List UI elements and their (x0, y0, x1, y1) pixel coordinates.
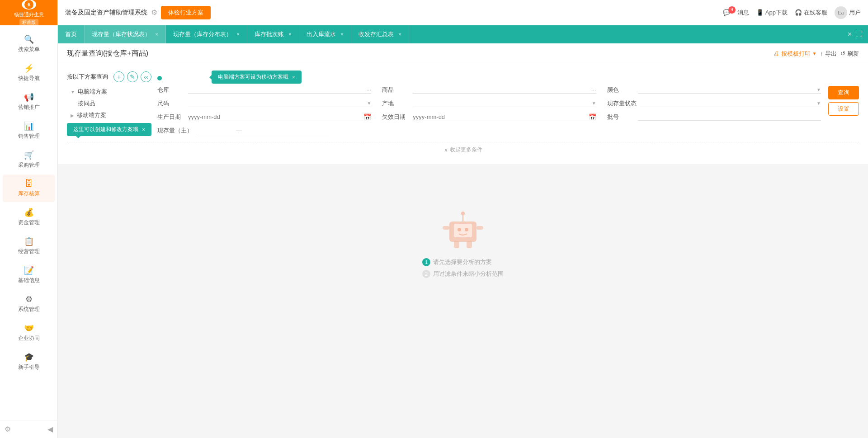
sidebar-item-newbie[interactable]: 🎓 新手引导 (3, 348, 55, 376)
tab-inventory-status-label: 现存量（库存状况表） (92, 30, 151, 38)
tab-inventory-status-close[interactable]: × (155, 31, 158, 38)
sidebar-item-quick[interactable]: ⚡ 快捷导航 (3, 59, 55, 87)
stock-status-dropdown-icon[interactable]: ▼ (816, 101, 821, 106)
warehouse-input[interactable] (188, 86, 366, 93)
app-download-label: App下载 (765, 9, 788, 17)
warehouse-dots-btn[interactable]: ··· (366, 86, 371, 93)
origin-input[interactable] (413, 100, 591, 107)
svg-rect-10 (454, 241, 459, 248)
online-support-btn[interactable]: 🎧 在线客服 (795, 9, 827, 17)
production-date-field: 生产日期 📅 (157, 113, 371, 121)
mobile-plan-tooltip: 电脑端方案可设为移动方案哦 × (212, 71, 302, 84)
svg-point-5 (465, 228, 468, 231)
tab-in-out-flow-close[interactable]: × (340, 31, 344, 38)
sidebar-item-search[interactable]: 🔍 搜索菜单 (3, 30, 55, 58)
sidebar-label-quick: 快捷导航 (18, 75, 40, 82)
sidebar-item-basic[interactable]: 📝 基础信息 (3, 261, 55, 289)
expiry-date-input[interactable] (413, 113, 588, 120)
tab-recv-summary-close[interactable]: × (398, 31, 401, 38)
set-btn[interactable]: 设置 (828, 102, 859, 116)
tab-recv-summary-label: 收发存汇总表 (359, 30, 394, 38)
expiry-date-label: 失效日期 (382, 113, 409, 121)
goods-input[interactable] (413, 86, 591, 93)
user-menu[interactable]: Ea 用户 (835, 6, 861, 19)
topbar-settings-icon[interactable]: ⚙ (151, 8, 157, 17)
industry-plan-btn[interactable]: 体验行业方案 (161, 6, 211, 19)
sidebar-item-purchase[interactable]: 🛒 采购管理 (3, 146, 55, 174)
topbar: 装备及固定资产辅助管理系统 ⚙ 体验行业方案 💬 9 消息 📱 App下载 🎧 … (58, 0, 868, 25)
app-download-btn[interactable]: 📱 App下载 (756, 9, 788, 17)
sidebar-item-inventory[interactable]: 🗄 库存核算 (3, 174, 55, 202)
sidebar-item-sales[interactable]: 📊 销售管理 (3, 117, 55, 145)
stock-status-label: 现存量状态 (607, 99, 637, 108)
tab-inventory-dist-close[interactable]: × (236, 31, 240, 38)
settings-footer-btn[interactable]: ⚙ (5, 425, 11, 433)
stock-status-field: 现存量状态 ▼ (607, 99, 821, 108)
origin-dropdown-icon[interactable]: ▼ (592, 101, 596, 106)
stock-main-to-input[interactable] (245, 127, 282, 134)
phone-icon: 📱 (756, 9, 764, 16)
size-dropdown-icon[interactable]: ▼ (367, 101, 371, 106)
empty-illustration (438, 201, 488, 251)
warehouse-label: 仓库 (157, 86, 184, 94)
batch-input[interactable] (638, 113, 821, 120)
stock-status-input[interactable] (640, 100, 816, 107)
collapse-sidebar-btn[interactable]: ◀ (47, 425, 53, 433)
page-header: 现存量查询(按仓库+商品) 🖨 按模板打印 ▼ ↑ 导出 ↺ 刷新 (58, 43, 868, 64)
template-print-btn[interactable]: 🖨 按模板打印 ▼ (774, 50, 817, 58)
color-input[interactable] (638, 86, 816, 93)
goods-dots-btn[interactable]: ··· (591, 86, 596, 93)
create-tooltip-close[interactable]: × (142, 127, 145, 133)
tab-batch-ledger[interactable]: 库存批次账 × (247, 25, 299, 43)
messages-btn[interactable]: 💬 9 消息 (723, 9, 749, 17)
sidebar-label-enterprise: 企业协同 (18, 334, 40, 342)
tab-batch-ledger-close[interactable]: × (288, 31, 292, 38)
warehouse-input-wrap: ··· (188, 86, 371, 94)
filter-plan-actions: + ✎ ‹‹ (113, 71, 151, 82)
batch-input-wrap (638, 113, 821, 121)
production-date-input[interactable] (188, 113, 363, 120)
cart-icon: 🛒 (24, 150, 34, 160)
plan-desktop-label: 电脑端方案 (78, 88, 107, 96)
export-btn[interactable]: ↑ 导出 (821, 50, 837, 58)
sidebar-label-finance: 资金管理 (18, 219, 40, 226)
svg-point-7 (461, 212, 465, 215)
tab-inventory-status[interactable]: 现存量（库存状况表） × (85, 25, 166, 43)
tab-inventory-dist[interactable]: 现存量（库存分布表） × (166, 25, 247, 43)
collapse-btn[interactable]: ∧ 收起更多条件 (444, 146, 482, 154)
plan-tree-mobile[interactable]: ▶ 移动端方案 (67, 109, 148, 121)
color-dropdown-icon[interactable]: ▼ (816, 87, 821, 92)
refresh-btn[interactable]: ↺ 刷新 (840, 50, 859, 58)
stock-main-label: 现存量（主） (157, 127, 193, 135)
lightning-icon: ⚡ (24, 63, 34, 73)
sidebar-item-operations[interactable]: 📋 经营管理 (3, 232, 55, 260)
refresh-icon: ↺ (840, 50, 845, 57)
expiry-date-calendar-icon[interactable]: 📅 (589, 113, 596, 121)
tab-home[interactable]: 首页 (58, 25, 85, 43)
tab-close-all-btn[interactable]: × (848, 30, 852, 38)
tab-fullscreen-btn[interactable]: ⛶ (855, 30, 863, 38)
mobile-tooltip-close[interactable]: × (292, 74, 295, 80)
production-date-calendar-icon[interactable]: 📅 (363, 113, 371, 121)
prev-plan-btn[interactable]: ‹‹ (141, 71, 151, 82)
add-plan-btn[interactable]: + (113, 71, 124, 82)
filter-fields-row1: 仓库 ··· 商品 ··· (157, 86, 821, 94)
plan-tree-desktop[interactable]: ▼ 电脑端方案 (67, 86, 148, 98)
sidebar-item-finance[interactable]: 💰 资金管理 (3, 203, 55, 231)
plan-tree-desktop-item[interactable]: 按同品 (67, 98, 148, 109)
cabinet-icon: 🗄 (25, 179, 33, 188)
page-title: 现存量查询(按仓库+商品) (67, 49, 148, 58)
sidebar-nav: 🔍 搜索菜单 ⚡ 快捷导航 📢 营销推广 📊 销售管理 🛒 采购管理 🗄 库存核… (0, 25, 57, 420)
sidebar-item-system[interactable]: ⚙ 系统管理 (3, 290, 55, 318)
search-btn[interactable]: 查询 (828, 86, 859, 99)
edit-plan-btn[interactable]: ✎ (127, 71, 138, 82)
stock-main-field: 现存量（主） — (157, 127, 329, 135)
sidebar-item-marketing[interactable]: 📢 营销推广 (3, 88, 55, 116)
svg-rect-11 (467, 241, 472, 248)
sidebar-item-enterprise[interactable]: 🤝 企业协同 (3, 319, 55, 347)
color-label: 颜色 (607, 86, 634, 94)
stock-main-from-input[interactable] (196, 127, 232, 134)
tab-recv-summary[interactable]: 收发存汇总表 × (351, 25, 409, 43)
tab-in-out-flow[interactable]: 出入库流水 × (299, 25, 351, 43)
size-input[interactable] (188, 100, 367, 107)
